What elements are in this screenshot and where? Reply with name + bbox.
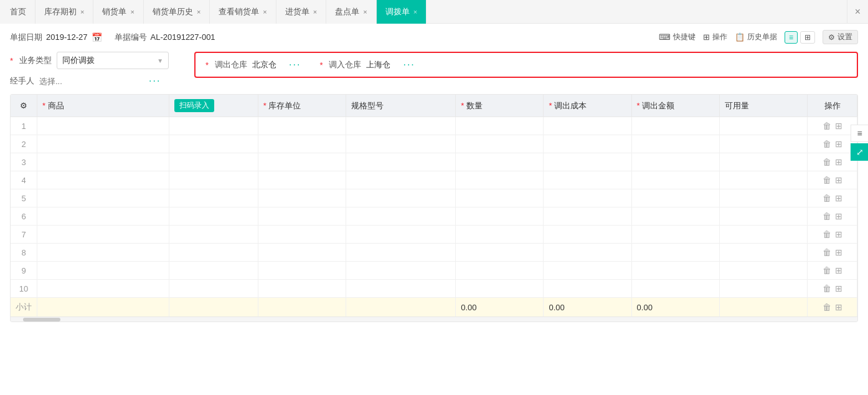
qty-cell[interactable] <box>456 244 544 262</box>
tab-close-icon-6[interactable]: × <box>363 8 367 16</box>
tab-close-icon-2[interactable]: × <box>130 8 134 16</box>
unit-cell[interactable] <box>258 244 346 262</box>
unit-cell[interactable] <box>258 226 346 244</box>
delete-row-button[interactable]: 🗑 <box>821 193 833 203</box>
spec-cell[interactable] <box>346 244 455 262</box>
right-expand-button[interactable]: ⤢ <box>851 143 868 161</box>
spec-cell[interactable] <box>346 135 455 153</box>
spec-cell[interactable] <box>346 153 455 171</box>
delete-row-button[interactable]: 🗑 <box>821 229 833 239</box>
in-warehouse-more-button[interactable]: ··· <box>403 59 415 70</box>
unit-cell[interactable] <box>258 189 346 207</box>
tab-close-icon-5[interactable]: × <box>313 8 317 16</box>
window-close-button[interactable]: × <box>847 0 868 24</box>
amount-cell[interactable]: 0.00 <box>631 298 719 317</box>
operate-button[interactable]: ⊞ 操作 <box>703 32 727 42</box>
qty-cell[interactable] <box>456 153 544 171</box>
product-cell[interactable] <box>37 153 169 171</box>
qty-cell[interactable] <box>456 135 544 153</box>
unit-cell[interactable] <box>258 262 346 280</box>
tab-item-2[interactable]: 销货单× <box>93 0 143 24</box>
qty-cell[interactable] <box>456 280 544 298</box>
spec-cell[interactable] <box>346 117 455 135</box>
spec-cell[interactable] <box>346 262 455 280</box>
amount-cell[interactable] <box>631 226 719 244</box>
copy-row-button[interactable]: ⊞ <box>833 265 844 275</box>
setting-button[interactable]: ⚙ 设置 <box>823 30 858 44</box>
tab-close-icon-4[interactable]: × <box>263 8 267 16</box>
unit-cell[interactable] <box>258 135 346 153</box>
amount-cell[interactable] <box>631 171 719 189</box>
shortcut-button[interactable]: ⌨ 快捷键 <box>659 32 696 42</box>
layout-grid-button[interactable]: ⊞ <box>800 31 815 44</box>
right-list-button[interactable]: ≡ <box>851 125 868 142</box>
tab-item-4[interactable]: 查看销货单× <box>210 0 276 24</box>
amount-cell[interactable] <box>631 153 719 171</box>
cost-cell[interactable] <box>544 135 631 153</box>
cost-cell[interactable] <box>544 226 631 244</box>
copy-row-button[interactable]: ⊞ <box>833 175 844 185</box>
layout-list-button[interactable]: ≡ <box>785 31 798 44</box>
tab-item-6[interactable]: 盘点单× <box>326 0 376 24</box>
qty-cell[interactable]: 0.00 <box>456 298 544 317</box>
spec-cell[interactable] <box>346 226 455 244</box>
copy-row-button[interactable]: ⊞ <box>833 139 844 149</box>
scan-button[interactable]: 扫码录入 <box>174 99 214 112</box>
amount-cell[interactable] <box>631 280 719 298</box>
business-type-select[interactable]: 同价调拨 ▼ <box>57 52 169 69</box>
table-gear-icon[interactable]: ⚙ <box>20 101 27 110</box>
cost-cell[interactable] <box>544 189 631 207</box>
unit-cell[interactable] <box>258 117 346 135</box>
cost-cell[interactable] <box>544 207 631 226</box>
cost-cell[interactable] <box>544 171 631 189</box>
cost-cell[interactable] <box>544 117 631 135</box>
delete-row-button[interactable]: 🗑 <box>821 139 833 149</box>
cost-cell[interactable] <box>544 262 631 280</box>
delete-row-button[interactable]: 🗑 <box>821 265 833 275</box>
cost-cell[interactable] <box>544 153 631 171</box>
copy-row-button[interactable]: ⊞ <box>833 157 844 167</box>
amount-cell[interactable] <box>631 244 719 262</box>
product-cell[interactable] <box>37 171 169 189</box>
product-cell[interactable] <box>37 117 169 135</box>
tab-item-5[interactable]: 进货单× <box>276 0 326 24</box>
unit-cell[interactable] <box>258 153 346 171</box>
spec-cell[interactable] <box>346 298 455 317</box>
product-cell[interactable] <box>37 244 169 262</box>
history-button[interactable]: 📋 历史单据 <box>735 32 777 42</box>
delete-row-button[interactable]: 🗑 <box>821 302 833 312</box>
unit-cell[interactable] <box>258 171 346 189</box>
product-cell[interactable] <box>37 262 169 280</box>
calendar-icon[interactable]: 📅 <box>92 32 102 42</box>
tab-item-0[interactable]: 首页 <box>0 0 35 24</box>
product-cell[interactable] <box>37 207 169 226</box>
amount-cell[interactable] <box>631 207 719 226</box>
tab-close-icon-1[interactable]: × <box>80 8 84 16</box>
copy-row-button[interactable]: ⊞ <box>833 247 844 257</box>
copy-row-button[interactable]: ⊞ <box>833 211 844 221</box>
amount-cell[interactable] <box>631 135 719 153</box>
spec-cell[interactable] <box>346 207 455 226</box>
unit-cell[interactable] <box>258 280 346 298</box>
product-cell[interactable] <box>37 280 169 298</box>
tab-item-7[interactable]: 调拨单× <box>377 0 427 24</box>
spec-cell[interactable] <box>346 189 455 207</box>
product-cell[interactable] <box>37 226 169 244</box>
product-cell[interactable] <box>37 189 169 207</box>
tab-item-3[interactable]: 销货单历史× <box>144 0 210 24</box>
amount-cell[interactable] <box>631 189 719 207</box>
copy-row-button[interactable]: ⊞ <box>833 302 844 312</box>
tab-item-1[interactable]: 库存期初× <box>35 0 93 24</box>
delete-row-button[interactable]: 🗑 <box>821 175 833 185</box>
delete-row-button[interactable]: 🗑 <box>821 211 833 221</box>
handler-more-button[interactable]: ··· <box>149 75 161 87</box>
qty-cell[interactable] <box>456 207 544 226</box>
delete-row-button[interactable]: 🗑 <box>821 247 833 257</box>
tab-close-icon-3[interactable]: × <box>197 8 200 16</box>
horizontal-scrollbar[interactable] <box>11 316 857 321</box>
copy-row-button[interactable]: ⊞ <box>833 193 844 203</box>
qty-cell[interactable] <box>456 262 544 280</box>
unit-cell[interactable] <box>258 298 346 317</box>
cost-cell[interactable]: 0.00 <box>544 298 631 317</box>
product-cell[interactable] <box>37 298 169 317</box>
